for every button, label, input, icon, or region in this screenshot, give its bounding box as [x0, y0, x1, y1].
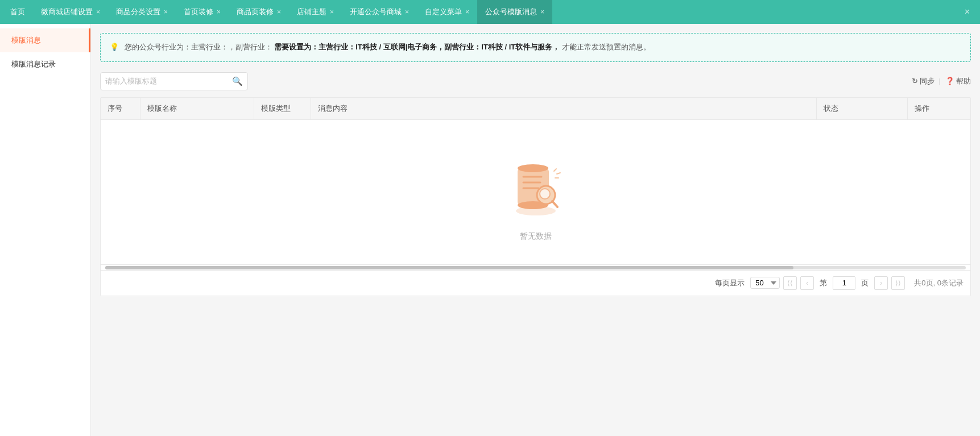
- tab-theme-label: 店铺主题: [297, 7, 326, 17]
- th-action: 操作: [908, 98, 970, 119]
- tab-template-msg[interactable]: 公众号模版消息 ×: [477, 0, 552, 24]
- notice-suffix: 才能正常发送预置的消息。: [562, 43, 651, 51]
- page-label-after: 页: [861, 278, 869, 288]
- search-bar: 🔍 ↻ 同步 | ❓ 帮助: [100, 72, 971, 90]
- sync-icon: ↻: [912, 77, 918, 85]
- tab-homepage-label: 首页装修: [184, 7, 213, 17]
- scrollbar-thumb: [105, 266, 793, 269]
- tab-product-page-label: 商品页装修: [237, 7, 274, 17]
- notice-highlight: 需要设置为：主营行业：IT科技 / 互联网|电子商务，副营行业：IT科技 / I…: [274, 43, 560, 51]
- sync-label: 同步: [920, 76, 934, 86]
- data-table: 序号 模版名称 模版类型 消息内容 状态 操作: [100, 97, 971, 296]
- svg-line-10: [554, 169, 556, 171]
- per-page-label: 每页显示: [715, 278, 745, 288]
- first-page-button[interactable]: ⟨⟨: [783, 276, 797, 290]
- help-label: 帮助: [956, 76, 971, 86]
- th-content: 消息内容: [311, 98, 817, 119]
- empty-illustration: [502, 154, 570, 222]
- tab-theme-close[interactable]: ×: [330, 8, 334, 16]
- table-header: 序号 模版名称 模版类型 消息内容 状态 操作: [101, 98, 970, 120]
- tab-template-msg-label: 公众号模版消息: [485, 7, 537, 17]
- svg-point-2: [518, 164, 548, 172]
- help-button[interactable]: ❓ 帮助: [945, 76, 971, 86]
- pagination: 每页显示 10 20 50 100 ⟨⟨ ‹ 第 页 › ⟩⟩ 共0页, 0条记…: [101, 270, 970, 296]
- tab-wshop-label: 微商城店铺设置: [41, 7, 93, 17]
- content-area: 💡 您的公众号行业为：主营行业：，副营行业： 需要设置为：主营行业：IT科技 /…: [91, 24, 980, 436]
- tab-wechat-shop[interactable]: 开通公众号商城 ×: [342, 0, 417, 24]
- close-all-button[interactable]: ×: [957, 7, 978, 17]
- sidebar-item-template-msg-log[interactable]: 模版消息记录: [0, 52, 90, 76]
- tab-category[interactable]: 商品分类设置 ×: [108, 0, 176, 24]
- search-input[interactable]: [105, 77, 230, 85]
- tab-wshop-close[interactable]: ×: [96, 8, 100, 16]
- tab-category-close[interactable]: ×: [164, 8, 168, 16]
- last-page-button[interactable]: ⟩⟩: [891, 276, 905, 290]
- svg-line-9: [552, 201, 557, 207]
- th-seq: 序号: [101, 98, 140, 119]
- toolbar-divider: |: [939, 77, 941, 85]
- tab-home[interactable]: 首页: [2, 0, 33, 24]
- total-info: 共0页, 0条记录: [914, 278, 964, 288]
- empty-state: 暂无数据: [101, 120, 970, 264]
- tab-wechat-shop-label: 开通公众号商城: [350, 7, 402, 17]
- page-input[interactable]: [833, 276, 855, 290]
- sidebar-item-template-msg[interactable]: 模版消息: [0, 28, 90, 52]
- tab-custom-menu[interactable]: 自定义菜单 ×: [417, 0, 477, 24]
- tab-theme[interactable]: 店铺主题 ×: [289, 0, 342, 24]
- th-status: 状态: [817, 98, 908, 119]
- tab-category-label: 商品分类设置: [116, 7, 160, 17]
- scrollbar-row[interactable]: [101, 264, 970, 270]
- notice-box: 💡 您的公众号行业为：主营行业：，副营行业： 需要设置为：主营行业：IT科技 /…: [100, 33, 971, 62]
- tab-home-label: 首页: [10, 7, 25, 17]
- main-layout: 模版消息 模版消息记录 💡 您的公众号行业为：主营行业：，副营行业： 需要设置为…: [0, 24, 980, 436]
- svg-line-11: [557, 173, 560, 174]
- tab-wechat-shop-close[interactable]: ×: [405, 8, 409, 16]
- scrollbar-track: [105, 266, 966, 269]
- search-icon[interactable]: 🔍: [232, 76, 243, 86]
- tab-product-page[interactable]: 商品页装修 ×: [229, 0, 289, 24]
- tip-icon: 💡: [110, 43, 119, 51]
- prev-page-button[interactable]: ‹: [800, 276, 814, 290]
- next-page-button[interactable]: ›: [874, 276, 888, 290]
- th-type: 模版类型: [254, 98, 311, 119]
- help-icon: ❓: [945, 77, 954, 85]
- empty-text: 暂无数据: [520, 231, 552, 242]
- page-label-before: 第: [820, 278, 827, 288]
- tab-custom-menu-close[interactable]: ×: [465, 8, 469, 16]
- tab-homepage-close[interactable]: ×: [217, 8, 221, 16]
- sidebar-item-template-msg-label: 模版消息: [11, 36, 41, 44]
- th-name: 模版名称: [140, 98, 254, 119]
- search-input-wrap[interactable]: 🔍: [100, 72, 248, 90]
- tab-custom-menu-label: 自定义菜单: [425, 7, 462, 17]
- sidebar-item-template-msg-log-label: 模版消息记录: [11, 60, 56, 68]
- svg-point-8: [540, 189, 550, 199]
- tab-product-page-close[interactable]: ×: [277, 8, 281, 16]
- notice-prefix: 您的公众号行业为：主营行业：，副营行业：: [125, 43, 272, 51]
- toolbar-right: ↻ 同步 | ❓ 帮助: [912, 76, 971, 86]
- tab-homepage[interactable]: 首页装修 ×: [176, 0, 229, 24]
- top-nav: 首页 微商城店铺设置 × 商品分类设置 × 首页装修 × 商品页装修 × 店铺主…: [0, 0, 980, 24]
- per-page-select[interactable]: 10 20 50 100: [750, 277, 780, 289]
- sidebar: 模版消息 模版消息记录: [0, 24, 91, 436]
- tab-wshop[interactable]: 微商城店铺设置 ×: [33, 0, 108, 24]
- sync-button[interactable]: ↻ 同步: [912, 76, 934, 86]
- tab-template-msg-close[interactable]: ×: [540, 8, 544, 16]
